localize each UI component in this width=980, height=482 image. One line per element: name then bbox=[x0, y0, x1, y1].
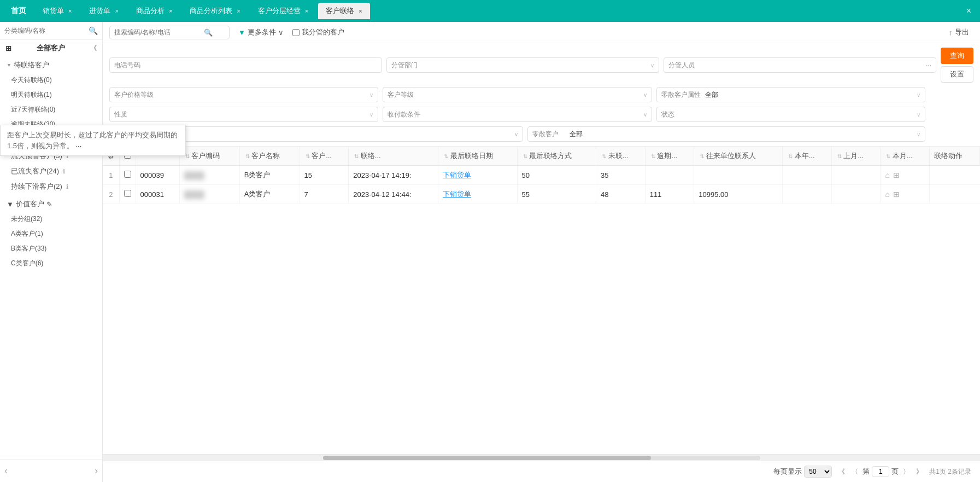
next-page-button[interactable]: 〉 bbox=[901, 466, 912, 478]
ungroupe-item[interactable]: 未分组(32) bbox=[0, 212, 102, 227]
code-cell-1[interactable]: 000031 bbox=[136, 185, 179, 204]
edit-icon[interactable]: ✎ bbox=[46, 200, 52, 208]
close-purchase-icon[interactable]: × bbox=[115, 8, 118, 14]
retail-customer-chevron: ∨ bbox=[917, 131, 920, 137]
waiting-contact-group: 待联络客户 今天待联络(0) 明天待联络(1) 近7天待联络(0) 逾期未联络(… bbox=[0, 56, 102, 133]
declining-info-icon[interactable]: ℹ bbox=[66, 183, 68, 190]
nav-item-sales[interactable]: 销货单 × bbox=[35, 3, 79, 19]
toolbar-right: ↑ 导出 bbox=[945, 25, 974, 39]
sidebar-collapse-button[interactable]: 《 bbox=[90, 44, 97, 53]
action-cell-1: ⌂ ⊞ bbox=[881, 185, 930, 204]
link-icon-0[interactable]: ⌂ bbox=[885, 171, 889, 179]
filter-area: 电话号码 分管部门 ∨ 分管人员 ··· 查询 设置 客户价格等级 bbox=[103, 43, 980, 147]
arrow-down-icon: ▼ bbox=[7, 200, 14, 208]
contact-col-header[interactable]: ⇅ 联络... bbox=[349, 147, 438, 166]
sidebar-left-arrow[interactable]: ‹ bbox=[4, 465, 8, 477]
category-col-header[interactable]: ⇅ 客户... bbox=[300, 147, 349, 166]
action-icons-0: ⌂ ⊞ bbox=[885, 171, 925, 179]
nav-item-analysis[interactable]: 商品分析 × bbox=[128, 3, 180, 19]
value-customer-title[interactable]: ▼ 价值客户 ✎ bbox=[0, 196, 102, 212]
last-contact-method-col-header[interactable]: ⇅ 最后联络方式 bbox=[517, 147, 596, 166]
phone-field: 电话号码 bbox=[109, 57, 382, 73]
nav-item-customer-contact[interactable]: 客户联络 × bbox=[318, 3, 369, 19]
nav-item-analysis-list[interactable]: 商品分析列表 × bbox=[182, 3, 248, 19]
per-page-select[interactable]: 20 50 100 bbox=[804, 466, 832, 478]
lost-customer-item[interactable]: 已流失客户(24) ℹ bbox=[0, 164, 102, 179]
week-contact[interactable]: 近7天待联络(0) bbox=[0, 102, 102, 117]
toolbar: 🔍 ▼ 更多条件 ∨ 我分管的客户 ↑ 导出 bbox=[103, 22, 980, 43]
tooltip-box: 距客户上次交易时长，超过了此客户的平均交易周期的1.5倍，则视为异常。 ··· bbox=[0, 125, 103, 156]
sidebar-search-icon[interactable]: 🔍 bbox=[89, 26, 98, 35]
my-customer-checkbox-wrapper[interactable]: 我分管的客户 bbox=[292, 27, 344, 37]
unit-contact-cell-0 bbox=[645, 166, 694, 185]
tomorrow-contact[interactable]: 明天待联络(1) bbox=[0, 88, 102, 102]
sidebar-right-arrow[interactable]: › bbox=[95, 465, 98, 477]
code-col-header[interactable]: ⇅ 客户编码 bbox=[179, 147, 239, 166]
top-navigation: 首页 销货单 × 进货单 × 商品分析 × 商品分析列表 × 客户分层经营 × … bbox=[0, 0, 980, 22]
page-number-input[interactable] bbox=[872, 466, 889, 477]
filter-more-button[interactable]: ▼ 更多条件 ∨ bbox=[234, 25, 288, 39]
last-contact-date-col-header[interactable]: ⇅ 最后联络日期 bbox=[438, 147, 517, 166]
close-sales-icon[interactable]: × bbox=[68, 8, 72, 14]
customer-grade-field: 客户等级 ∨ bbox=[383, 87, 652, 102]
name-col-header[interactable]: ⇅ 客户名称 bbox=[239, 147, 300, 166]
close-analysis-list-icon[interactable]: × bbox=[237, 8, 240, 14]
grid-action-icon-1[interactable]: ⊞ bbox=[893, 190, 900, 199]
overdue-col-header[interactable]: ⇅ 逾期... bbox=[645, 147, 694, 166]
filter-icon: ▼ bbox=[238, 28, 245, 37]
horizontal-scrollbar[interactable] bbox=[103, 454, 980, 461]
nav-item-home[interactable]: 首页 bbox=[4, 3, 33, 19]
unreached-cell-1: 55 bbox=[517, 185, 596, 204]
settings-button[interactable]: 设置 bbox=[941, 66, 973, 83]
row-checkbox-1[interactable] bbox=[124, 190, 131, 197]
tooltip-dots: ··· bbox=[75, 142, 81, 150]
waiting-contact-title[interactable]: 待联络客户 bbox=[0, 57, 102, 73]
b-class-item[interactable]: B类客户(33) bbox=[0, 241, 102, 256]
name-cell-1: ████ bbox=[179, 185, 239, 204]
this-year-col-header[interactable]: ⇅ 本年... bbox=[783, 147, 832, 166]
close-window-button[interactable]: × bbox=[962, 4, 976, 18]
close-analysis-icon[interactable]: × bbox=[169, 8, 172, 14]
filter-row-2: 客户价格等级 ∨ 客户等级 ∨ 零散客户属性 全部 ∨ bbox=[109, 87, 973, 102]
search-input[interactable] bbox=[114, 28, 202, 36]
last-page-button[interactable]: 》 bbox=[914, 466, 925, 478]
price-grade-field: 客户价格等级 ∨ bbox=[109, 87, 378, 102]
search-icon[interactable]: 🔍 bbox=[204, 28, 213, 37]
sidebar-search-input[interactable] bbox=[4, 27, 86, 34]
close-customer-contact-icon[interactable]: × bbox=[359, 8, 362, 14]
my-customer-checkbox[interactable] bbox=[292, 29, 300, 36]
today-contact[interactable]: 今天待联络(0) bbox=[0, 73, 102, 88]
all-customers-header[interactable]: ⊞ 全部客户 《 bbox=[0, 40, 102, 56]
close-customer-tier-icon[interactable]: × bbox=[305, 8, 308, 14]
nav-item-customer-tier[interactable]: 客户分层经营 × bbox=[250, 3, 316, 19]
table-row: 1 000039 ████ B类客户 15 2023-04-17 14:19: … bbox=[103, 166, 980, 185]
c-class-item[interactable]: C类客户(6) bbox=[0, 256, 102, 271]
last-month-col-header[interactable]: ⇅ 上月... bbox=[831, 147, 881, 166]
declining-item[interactable]: 持续下滑客户(2) ℹ bbox=[0, 179, 102, 194]
a-class-item[interactable]: A类客户(1) bbox=[0, 227, 102, 241]
customer-table: ⚙ ⇅ 客户编码 ⇅ 客户名称 ⇅ 客户... ⇅ 联络... ⇅ 最后联络日期… bbox=[103, 147, 980, 204]
prev-page-button[interactable]: 〈 bbox=[849, 466, 860, 478]
sidebar-search-bar: 🔍 bbox=[0, 22, 102, 40]
person-more-icon[interactable]: ··· bbox=[926, 61, 931, 69]
link-icon-1[interactable]: ⌂ bbox=[885, 190, 889, 199]
category-cell-1: A类客户 bbox=[239, 185, 300, 204]
nav-item-purchase[interactable]: 进货单 × bbox=[81, 3, 126, 19]
row-checkbox-0[interactable] bbox=[124, 171, 131, 178]
this-month-col-header[interactable]: ⇅ 本月... bbox=[881, 147, 930, 166]
export-button[interactable]: ↑ 导出 bbox=[945, 25, 974, 39]
grid-action-icon-0[interactable]: ⊞ bbox=[893, 171, 900, 179]
unreached-col-header[interactable]: ⇅ 未联... bbox=[596, 147, 645, 166]
person-field: 分管人员 ··· bbox=[664, 57, 936, 73]
last-method-link-1[interactable]: 下销货单 bbox=[443, 190, 471, 198]
scrollbar-thumb[interactable] bbox=[323, 456, 651, 460]
code-cell-0[interactable]: 000039 bbox=[136, 166, 179, 185]
lost-info-icon[interactable]: ℹ bbox=[63, 168, 65, 175]
query-button[interactable]: 查询 bbox=[941, 48, 973, 64]
table-row: 2 000031 ████ A类客户 7 2023-04-12 14:44: 下… bbox=[103, 185, 980, 204]
last-method-link-0[interactable]: 下销货单 bbox=[443, 171, 471, 179]
first-page-button[interactable]: 《 bbox=[836, 466, 847, 478]
unit-contact-cell-1: 111 bbox=[645, 185, 694, 204]
unit-contact-col-header[interactable]: ⇅ 往来单位联系人 bbox=[694, 147, 783, 166]
checkbox-cell-0 bbox=[119, 166, 136, 185]
